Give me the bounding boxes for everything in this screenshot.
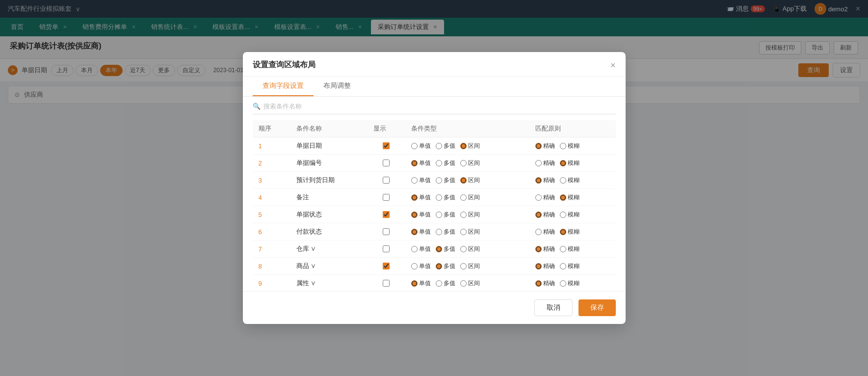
search-icon: 🔍 xyxy=(253,103,261,108)
tab-layout-adjust[interactable]: 布局调整 xyxy=(314,77,361,96)
condition-search-input[interactable] xyxy=(263,103,362,108)
dialog-tabs: 查询字段设置 布局调整 xyxy=(243,77,626,97)
modal-overlay: 设置查询区域布局 × 查询字段设置 布局调整 🔍 顺序 条件名称 xyxy=(0,0,868,108)
dialog-header: 设置查询区域布局 × xyxy=(243,52,626,77)
tab-query-fields[interactable]: 查询字段设置 xyxy=(253,77,314,96)
condition-search-bar: 🔍 xyxy=(253,103,616,108)
dialog: 设置查询区域布局 × 查询字段设置 布局调整 🔍 顺序 条件名称 xyxy=(243,52,626,108)
dialog-title: 设置查询区域布局 xyxy=(253,60,316,70)
dialog-close-button[interactable]: × xyxy=(610,61,616,70)
dialog-body: 🔍 顺序 条件名称 显示 条件类型 匹配原则 xyxy=(243,97,626,108)
